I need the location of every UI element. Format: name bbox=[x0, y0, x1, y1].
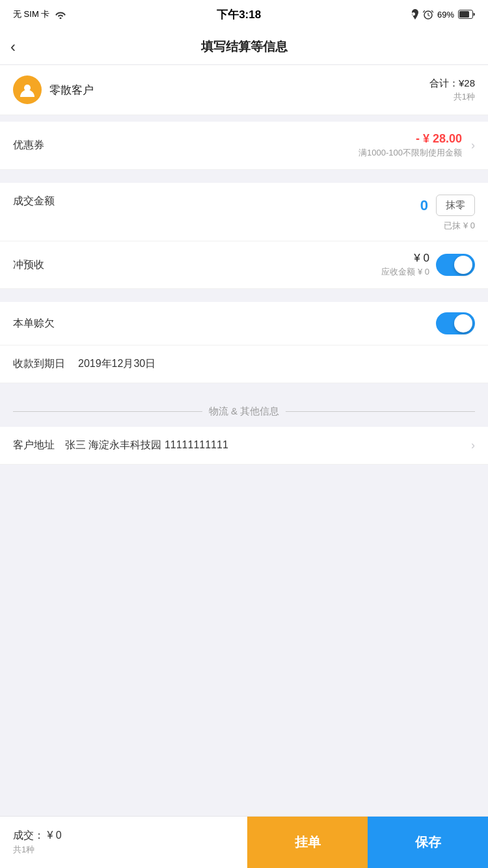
hold-button[interactable]: 挂单 bbox=[247, 817, 368, 869]
logistics-divider: 物流 & 其他信息 bbox=[0, 396, 488, 427]
due-date-row: 收款到期日 2019年12月30日 bbox=[0, 346, 488, 383]
customer-section: 零散客户 合计：¥28 共1种 bbox=[0, 65, 488, 115]
address-section: 客户地址 张三 海淀永丰科技园 11111111111 › bbox=[0, 427, 488, 465]
coupon-chevron-icon: › bbox=[471, 139, 475, 152]
transaction-section: 成交金额 0 抹零 已抹 ¥ 0 冲预收 ¥ 0 应收金额 ¥ 0 bbox=[0, 183, 488, 289]
credit-right bbox=[55, 312, 475, 334]
transaction-label: 成交金额 bbox=[13, 195, 55, 208]
content-area: 零散客户 合计：¥28 共1种 优惠券 - ¥ 28.00 满1000-100不… bbox=[0, 65, 488, 536]
divider-line-right bbox=[286, 411, 475, 412]
transaction-row: 成交金额 0 抹零 已抹 ¥ 0 bbox=[0, 183, 488, 241]
status-left: 无 SIM 卡 bbox=[13, 8, 66, 20]
address-chevron-icon: › bbox=[471, 439, 475, 452]
prepay-row: 冲预收 ¥ 0 应收金额 ¥ 0 bbox=[0, 241, 488, 289]
credit-section: 本单赊欠 收款到期日 2019年12月30日 bbox=[0, 302, 488, 383]
prepay-sub: 应收金额 ¥ 0 bbox=[381, 266, 429, 278]
transaction-value[interactable]: 0 bbox=[409, 197, 428, 214]
logistics-label: 物流 & 其他信息 bbox=[209, 405, 279, 418]
customer-avatar bbox=[13, 75, 42, 104]
divider-line-left bbox=[13, 411, 202, 412]
address-value: 张三 海淀永丰科技园 11111111111 bbox=[65, 439, 471, 452]
prepay-toggle[interactable] bbox=[436, 254, 475, 276]
transaction-top: 0 抹零 bbox=[409, 195, 475, 216]
customer-count: 共1种 bbox=[429, 91, 475, 103]
bottom-count: 共1种 bbox=[13, 844, 234, 856]
credit-row: 本单赊欠 bbox=[0, 302, 488, 346]
bottom-transaction-label: 成交： bbox=[13, 830, 44, 841]
nav-bar: ‹ 填写结算等信息 bbox=[0, 29, 488, 65]
credit-label: 本单赊欠 bbox=[13, 317, 55, 331]
customer-right: 合计：¥28 共1种 bbox=[429, 77, 475, 103]
due-date-value[interactable]: 2019年12月30日 bbox=[78, 357, 156, 371]
status-bar: 无 SIM 卡 下午3:18 69% bbox=[0, 0, 488, 29]
no-sim-text: 无 SIM 卡 bbox=[13, 8, 49, 20]
save-button[interactable]: 保存 bbox=[368, 817, 488, 869]
customer-name: 零散客户 bbox=[49, 83, 94, 98]
wifi-icon bbox=[55, 10, 66, 19]
page-title: 填写结算等信息 bbox=[201, 38, 288, 55]
status-time: 下午3:18 bbox=[217, 7, 261, 22]
separator-1 bbox=[0, 176, 488, 183]
bottom-transaction: 成交： ¥ 0 bbox=[13, 829, 234, 843]
bottom-transaction-value: ¥ 0 bbox=[47, 830, 61, 841]
bottom-bar: 成交： ¥ 0 共1种 挂单 保存 bbox=[0, 816, 488, 868]
round-button[interactable]: 抹零 bbox=[436, 195, 475, 216]
location-icon bbox=[411, 9, 419, 20]
prepay-right: ¥ 0 应收金额 ¥ 0 bbox=[44, 252, 475, 278]
due-date-label: 收款到期日 bbox=[13, 357, 65, 371]
coupon-discount-sub: 满1000-100不限制使用金额 bbox=[359, 147, 462, 159]
coupon-discount-amount: - ¥ 28.00 bbox=[359, 132, 462, 146]
credit-toggle[interactable] bbox=[436, 312, 475, 334]
customer-row[interactable]: 零散客户 合计：¥28 共1种 bbox=[0, 65, 488, 115]
prepay-amount: ¥ 0 bbox=[381, 252, 429, 265]
prepay-value-area: ¥ 0 应收金额 ¥ 0 bbox=[381, 252, 429, 278]
alarm-icon bbox=[423, 9, 433, 20]
separator-3 bbox=[0, 390, 488, 396]
coupon-right: - ¥ 28.00 满1000-100不限制使用金额 › bbox=[44, 132, 475, 159]
address-label: 客户地址 bbox=[13, 439, 55, 452]
coupon-label: 优惠券 bbox=[13, 139, 44, 152]
battery-icon bbox=[458, 10, 475, 19]
prepay-label: 冲预收 bbox=[13, 258, 44, 272]
svg-rect-2 bbox=[459, 11, 469, 18]
coupon-section: 优惠券 - ¥ 28.00 满1000-100不限制使用金额 › bbox=[0, 122, 488, 170]
coupon-row[interactable]: 优惠券 - ¥ 28.00 满1000-100不限制使用金额 › bbox=[0, 122, 488, 170]
battery-text: 69% bbox=[437, 10, 454, 20]
customer-left: 零散客户 bbox=[13, 75, 94, 104]
back-button[interactable]: ‹ bbox=[10, 38, 16, 56]
transaction-sub: 已抹 ¥ 0 bbox=[444, 220, 475, 236]
bottom-summary: 成交： ¥ 0 共1种 bbox=[0, 829, 247, 856]
separator-2 bbox=[0, 295, 488, 302]
address-row[interactable]: 客户地址 张三 海淀永丰科技园 11111111111 › bbox=[0, 427, 488, 465]
coupon-value-area: - ¥ 28.00 满1000-100不限制使用金额 bbox=[359, 132, 462, 159]
customer-total: 合计：¥28 bbox=[429, 77, 475, 90]
status-right: 69% bbox=[411, 9, 475, 20]
